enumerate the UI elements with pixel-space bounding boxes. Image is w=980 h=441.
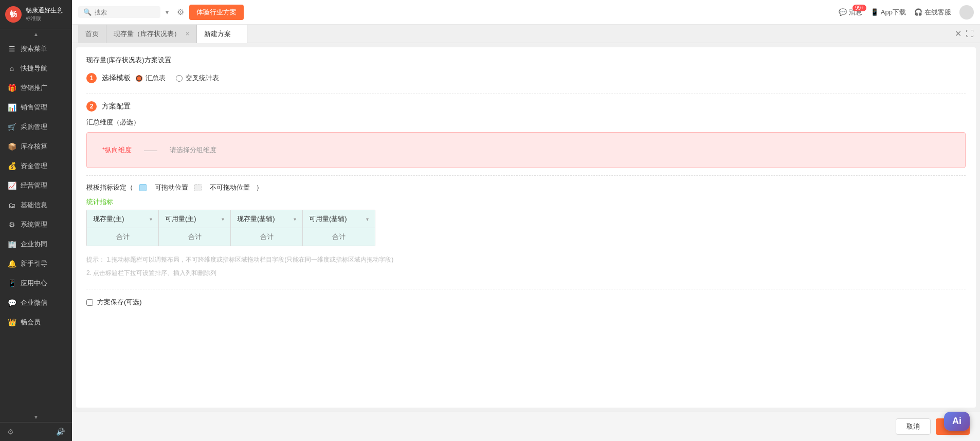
sidebar-item-sales[interactable]: 📊 销售管理 [0,98,72,117]
save-checkbox[interactable] [86,299,93,306]
settings-icon[interactable]: ⚙ [7,428,14,436]
quicknav-icon: ⌂ [7,64,16,73]
sidebar-item-company[interactable]: 🏢 企业协同 [0,234,72,254]
avatar [959,5,974,20]
sidebar-item-system[interactable]: ⚙ 系统管理 [0,215,72,234]
sidebar-item-operations[interactable]: 📈 经营管理 [0,176,72,195]
sidebar-item-inventory[interactable]: 📦 库存核算 [0,137,72,156]
sidebar-item-label: 搜索菜单 [21,44,47,53]
indicator-settings: 模板指标设定（ 可拖动位置 不可拖动位置 ） 统计指标 [86,183,966,246]
stats-col-2: 现存量(基辅) ▾ 合计 [231,210,303,246]
sidebar-scroll-up[interactable]: ▲ [0,29,72,39]
content-area: 现存量(库存状况表)方案设置 1 选择模板 汇总表 [76,47,976,408]
sidebar-item-label: 快捷导航 [21,64,47,73]
sales-icon: 📊 [7,103,16,112]
topbar-right: 💬 消息 99+ 📱 App下载 🎧 在线客服 [839,5,974,20]
newguide-icon: 🔔 [7,259,16,268]
industry-btn[interactable]: 体验行业方案 [189,5,244,20]
sidebar-item-label: 畅会员 [21,318,41,327]
search-input[interactable] [95,9,155,16]
sidebar-item-member[interactable]: 👑 畅会员 [0,313,72,332]
inventory-icon: 📦 [7,142,16,151]
radio-cross-input[interactable] [176,75,183,82]
company-icon: 🏢 [7,240,16,249]
section1-title: 选择模板 [102,74,131,83]
dimension-box[interactable]: *纵向维度 —— 请选择分组维度 [86,132,966,168]
chevron-down-icon-2: ▾ [294,216,296,222]
stats-col-label-3: 可用量(基辅) [309,214,347,224]
radio-cross[interactable]: 交叉统计表 [176,74,219,83]
tab-inventory-label: 现存量（库存状况表） [114,29,180,39]
customer-service-btn[interactable]: 🎧 在线客服 [914,8,951,17]
sidebar-item-marketing[interactable]: 🎁 营销推广 [0,78,72,98]
sidebar-logo: 畅 畅康通好生意 标准版 [0,0,72,29]
stats-col-body-2: 合计 [231,228,302,246]
section-config: 2 方案配置 汇总维度（必选） *纵向维度 —— 请选择分组维度 模板指标设定（ [86,101,966,279]
dim-placeholder: 请选择分组维度 [170,145,216,155]
hints: 提示： 1.拖动标题栏可以调整布局，不可跨维度或指标区域拖动栏目字段(只能在同一… [86,254,966,279]
tab-home-label: 首页 [85,29,99,39]
chevron-down-icon-1: ▾ [222,216,224,222]
sidebar-item-label: 基础信息 [21,200,47,210]
sidebar-item-label: 营销推广 [21,83,47,93]
member-icon: 👑 [7,318,16,327]
stats-col-header-1[interactable]: 可用量(主) ▾ [159,210,230,228]
app-download-btn[interactable]: 📱 App下载 [870,8,906,17]
stats-col-header-3[interactable]: 可用量(基辅) ▾ [303,210,375,228]
dropdown-icon[interactable]: ▾ [166,9,169,16]
user-menu[interactable] [959,5,974,20]
marketing-icon: 🎁 [7,83,16,93]
page-title: 现存量(库存状况表)方案设置 [86,56,966,65]
window-close-icon[interactable]: ✕ [955,29,961,39]
chevron-down-icon-0: ▾ [150,216,152,222]
stats-title: 统计指标 [86,197,966,207]
search-icon: 🔍 [83,8,92,16]
sidebar-item-label: 采购管理 [21,122,47,132]
stats-section: 统计指标 现存量(主) ▾ 合计 [86,197,966,246]
section-template: 1 选择模板 汇总表 交叉统计表 [86,73,966,83]
dim-required: *纵向维度 [102,145,132,155]
indicator-suffix: ） [256,183,263,192]
sidebar-item-search[interactable]: ☰ 搜索菜单 [0,39,72,59]
stats-col-header-0[interactable]: 现存量(主) ▾ [87,210,158,228]
radio-summary-label: 汇总表 [146,74,166,83]
ai-button[interactable]: Ai [944,412,970,431]
message-btn[interactable]: 💬 消息 99+ [839,8,862,17]
radio-summary-input[interactable] [136,75,142,82]
cancel-button[interactable]: 取消 [896,418,931,435]
tab-home[interactable]: 首页 [78,25,106,43]
sidebar-item-wechat[interactable]: 💬 企业微信 [0,293,72,313]
chevron-down-icon-3: ▾ [366,216,369,222]
stats-col-header-2[interactable]: 现存量(基辅) ▾ [231,210,302,228]
tab-newplan-close[interactable]: × [236,30,240,38]
sidebar-item-quicknav[interactable]: ⌂ 快捷导航 [0,59,72,78]
radio-summary[interactable]: 汇总表 [136,74,166,83]
system-icon: ⚙ [7,220,16,229]
tab-inventory[interactable]: 现存量（库存状况表） × [106,25,197,43]
sidebar-scroll-down[interactable]: ▼ [0,412,72,422]
main-area: 🔍 ▾ ⚙ 体验行业方案 💬 消息 99+ 📱 App下载 🎧 在线客服 [72,0,980,441]
stats-col-body-3: 合计 [303,228,375,246]
window-expand-icon[interactable]: ⛶ [966,29,974,39]
dim-arrow: —— [144,146,157,154]
sidebar-item-newguide[interactable]: 🔔 新手引导 [0,254,72,273]
tab-newplan-label: 新建方案 [204,29,231,39]
sidebar-footer: ⚙ 🔊 [0,422,72,441]
hint-1: 提示： 1.拖动标题栏可以调整布局，不可跨维度或指标区域拖动栏目字段(只能在同一… [86,254,966,266]
sidebar-item-appcenter[interactable]: 📱 应用中心 [0,273,72,293]
tab-newplan[interactable]: 新建方案 × [197,25,247,43]
stats-col-body-1: 合计 [159,228,230,246]
stats-col-0: 现存量(主) ▾ 合计 [87,210,159,246]
sidebar-item-finance[interactable]: 💰 资金管理 [0,156,72,176]
save-option: 方案保存(可选) [86,298,966,307]
sidebar-item-purchase[interactable]: 🛒 采购管理 [0,117,72,137]
sidebar-item-basic[interactable]: 🗂 基础信息 [0,195,72,215]
search-box[interactable]: 🔍 [78,6,160,18]
stats-col-1: 可用量(主) ▾ 合计 [159,210,231,246]
tab-inventory-close[interactable]: × [186,30,189,38]
gear-icon[interactable]: ⚙ [177,7,184,17]
sidebar-item-label: 库存核算 [21,142,47,151]
sidebar-item-label: 经营管理 [21,181,47,190]
speaker-icon[interactable]: 🔊 [56,428,65,436]
sidebar-item-label: 销售管理 [21,103,47,112]
